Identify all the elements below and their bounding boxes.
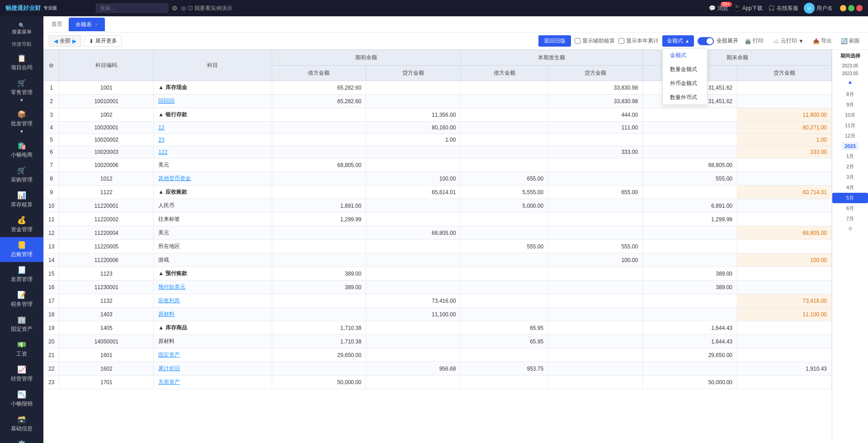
app-download-btn[interactable]: 📱 App下载 <box>734 5 763 12</box>
sidebar-item-quick-nav[interactable]: 快捷导航 <box>0 38 43 50</box>
sidebar-item-payroll[interactable]: 💵 工资 <box>0 337 43 362</box>
sidebar-item-system[interactable]: ⚙️ 系统管理 <box>0 436 43 443</box>
expand-all-toggle[interactable]: 全部展开 <box>698 37 738 45</box>
tab-close-icon[interactable]: × <box>95 22 98 27</box>
toggle-switch[interactable] <box>698 37 714 45</box>
sidebar-label-inventory: 库存核算 <box>11 201 33 209</box>
table-row: 151123▲ 预付账款389.00389.00 <box>44 267 832 281</box>
sidebar-item-base[interactable]: 🗃️ 基础信息 <box>0 411 43 436</box>
format-option-qty-foreign[interactable]: 数量外币式 <box>663 91 707 105</box>
row-name[interactable]: 累计折旧 <box>154 362 272 376</box>
sidebar-item-project[interactable]: 📋 项目合同 <box>0 50 43 75</box>
settings-icon[interactable]: ⚙ <box>49 62 54 69</box>
show-assist-check[interactable]: 显示辅助核算 <box>575 37 615 45</box>
toolbar: ◀ 全部 ▶ ⬇ 展开更多 退回旧版 显示辅助核算 显示本年累计 <box>43 33 868 50</box>
th-closing-credit: 贷方金额 <box>737 66 832 81</box>
top-bar: 畅捷通好业财 专业版 ⚙ ◎ 我要看实例演示 💬 消息 99+ 📱 App下载 … <box>0 0 868 16</box>
format-label: 金额式 <box>667 37 683 45</box>
gear-icon[interactable]: ⚙ <box>172 5 178 12</box>
payroll-icon: 💵 <box>17 340 26 349</box>
period-month-6[interactable]: 6月 <box>832 203 868 214</box>
period-month-7[interactable]: 7月 <box>832 214 868 224</box>
period-month-8[interactable]: 8月 <box>832 89 868 100</box>
format-option-money[interactable]: 金额式 <box>663 48 707 62</box>
tab-balance-sheet[interactable]: 余额表 × <box>69 18 105 31</box>
period-month-11[interactable]: 11月 <box>832 120 868 131</box>
row-name[interactable]: 固定资产 <box>154 348 272 362</box>
year-checkbox[interactable] <box>618 38 624 44</box>
row-num: 1 <box>44 81 59 95</box>
period-month-2[interactable]: 2月 <box>832 162 868 172</box>
row-name[interactable]: 122 <box>154 146 272 158</box>
row-value-2 <box>461 95 548 108</box>
row-value-2 <box>461 267 548 281</box>
export-btn[interactable]: 📤 导出 <box>810 36 835 46</box>
row-name[interactable]: 23 <box>154 134 272 146</box>
sidebar-item-inventory[interactable]: 📊 库存核算 <box>0 187 43 212</box>
all-button[interactable]: ◀ 全部 ▶ <box>49 35 81 47</box>
row-value-2: 5,000.00 <box>461 199 548 213</box>
sidebar-item-finance[interactable]: 💰 资金管理 <box>0 212 43 237</box>
online-service-btn[interactable]: 🎧 在线客服 <box>768 5 798 12</box>
message-btn[interactable]: 💬 消息 99+ <box>709 5 728 12</box>
sidebar-item-assets[interactable]: 🏢 固定资产 <box>0 312 43 337</box>
sidebar-item-operations[interactable]: 📈 经营管理 <box>0 362 43 386</box>
minimize-button[interactable] <box>840 5 846 11</box>
maximize-button[interactable] <box>848 5 854 11</box>
period-expand-btn[interactable]: ⊕ <box>847 224 854 233</box>
row-name[interactable]: 预付款美元 <box>154 281 272 294</box>
period-month-10[interactable]: 10月 <box>832 110 868 120</box>
expand-btn[interactable]: ⬇ 展开更多 <box>84 35 122 47</box>
row-name: 原材料 <box>154 335 272 348</box>
close-button[interactable] <box>856 5 863 11</box>
row-name[interactable]: 应收利息 <box>154 294 272 308</box>
period-month-12[interactable]: 12月 <box>832 131 868 141</box>
sidebar-item-report[interactable]: 📉 小畅报销 <box>0 386 43 411</box>
cloud-print-btn[interactable]: ☁️ 云打印 ▼ <box>770 36 807 46</box>
return-old-btn[interactable]: 退回旧版 <box>538 35 571 47</box>
row-name[interactable]: 原材料 <box>154 308 272 321</box>
sidebar-item-retail[interactable]: 🛒 零售管理 ▼ <box>0 75 43 106</box>
tab-home[interactable]: 首页 <box>47 18 67 31</box>
message-badge: 99+ <box>721 2 732 7</box>
row-value-3 <box>548 134 643 146</box>
sidebar-item-invoice[interactable]: 🧾 发票管理 <box>0 262 43 287</box>
row-name[interactable]: 回回回 <box>154 95 272 108</box>
row-code: 10020002 <box>59 134 154 146</box>
period-month-4[interactable]: 4月 <box>832 182 868 193</box>
sidebar-item-tax[interactable]: 📝 税务管理 <box>0 287 43 312</box>
row-value-2 <box>461 213 548 226</box>
assist-checkbox[interactable] <box>575 38 580 44</box>
row-value-3 <box>548 294 643 308</box>
sidebar-item-ecommerce[interactable]: 🛍️ 小畅电商 <box>0 138 43 162</box>
search-input[interactable] <box>96 4 168 13</box>
expand-label: 展开更多 <box>95 37 117 45</box>
user-btn[interactable]: U 用户名 <box>804 3 833 14</box>
sidebar-item-purchase[interactable]: 🛒 采购管理 <box>0 162 43 187</box>
print-btn[interactable]: 🖨️ 打印 <box>742 36 766 46</box>
row-name[interactable]: 其他货币资金 <box>154 172 272 186</box>
row-name[interactable]: 无形资产 <box>154 376 272 389</box>
tax-icon: 📝 <box>17 291 26 299</box>
sidebar-search[interactable]: 🔍搜索菜单 <box>0 20 43 38</box>
demo-link[interactable]: ◎ 我要看实例演示 <box>181 5 232 12</box>
row-value-5 <box>737 81 832 95</box>
period-month-5[interactable]: 5月 <box>832 193 868 203</box>
th-settings[interactable]: ⚙ <box>44 50 59 81</box>
avatar: U <box>804 3 815 14</box>
period-month-3[interactable]: 3月 <box>832 172 868 182</box>
row-value-3 <box>548 158 643 172</box>
format-dropdown-btn[interactable]: 金额式 ▲ <box>662 35 694 47</box>
format-option-qty-money[interactable]: 数量金额式 <box>663 62 707 76</box>
sidebar-item-wholesale[interactable]: 📦 批发管理 ▼ <box>0 106 43 138</box>
period-collapse-btn[interactable]: ▲ <box>846 77 854 86</box>
period-month-1[interactable]: 1月 <box>832 151 868 162</box>
row-value-0: 389.00 <box>272 267 366 281</box>
period-month-9[interactable]: 9月 <box>832 100 868 110</box>
row-name[interactable]: 12 <box>154 122 272 134</box>
show-year-check[interactable]: 显示本年累计 <box>618 37 659 45</box>
format-option-foreign-money[interactable]: 外币金额式 <box>663 76 707 91</box>
period-end: 2023.05 <box>840 70 859 77</box>
refresh-btn[interactable]: 🔄 刷新 <box>838 36 863 46</box>
sidebar-item-accounting[interactable]: 📒 总账管理 <box>0 237 43 262</box>
